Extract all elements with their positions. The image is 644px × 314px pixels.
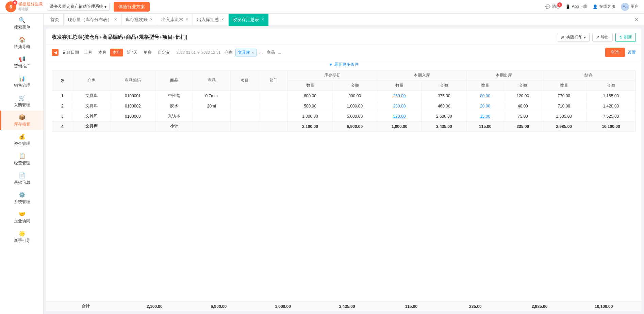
footer-bal-qty: 2,985.00 [508,304,572,309]
row-bal-qty: 2,985.00 [542,121,586,132]
tab-close-inventory-dist[interactable]: ✕ [114,17,117,22]
col-dept-header: 部门 [259,70,287,91]
tab-home[interactable]: 首页 [46,14,64,26]
user-item[interactable]: Ea 用户 [621,3,639,11]
7days-btn[interactable]: 近7天 [125,49,140,56]
tab-inventory-dist[interactable]: 现存量（库存分布表） ✕ [64,14,121,26]
col-spec-header: 商品 [193,70,230,91]
this-year-btn[interactable]: 本年 [110,49,123,56]
query-button[interactable]: 查询 [605,48,625,57]
sidebar-item-purchase[interactable]: 🛒 采购管理 [0,91,43,111]
system-selector[interactable]: 装备及固定资产辅助管理系统 ▾ [47,3,110,11]
row-bal-qty: 1,505.00 [542,111,586,121]
col-code-header: 商品编码 [110,70,155,91]
table-header-group: ⚙ 仓库 商品编码 商品 商品 项目 部门 库存期初 本期入库 本期出库 结存 [52,70,636,81]
logo-area: 6 6 畅捷通好生意 标准版 [5,1,43,12]
guide-icon: 🌟 [19,230,26,237]
tab-close-batch[interactable]: ✕ [150,17,153,22]
date-filter-label: 记账日期 [63,50,79,55]
sidebar-item-search[interactable]: 🔍 搜索菜单 [0,14,43,33]
warehouse-tag[interactable]: 文具库 ✕ [235,49,257,56]
tab-batch[interactable]: 库存批次账 ✕ [121,14,157,26]
custom-btn[interactable]: 自定义 [155,49,172,56]
expand-conditions-btn[interactable]: ▼ 展开更多条件 [329,62,359,67]
basic-icon: 📄 [19,172,26,179]
settings-link[interactable]: 设置 [628,50,636,55]
sidebar-item-business[interactable]: 📋 经营管理 [0,149,43,169]
sub-bal-qty: 数量 [542,81,586,91]
tab-bar-close-btn[interactable]: ✕ [631,16,641,23]
tab-summary[interactable]: 出入库汇总 ✕ [193,14,229,26]
sidebar-label-purchase: 采购管理 [14,102,30,108]
row-no: 4 [52,121,73,132]
this-month-btn[interactable]: 本月 [96,49,109,56]
table-row: 4 文具库 小计 2,100.00 6,900.00 1,000.00 3,43… [52,121,636,132]
sidebar-item-inventory[interactable]: 📦 库存核算 [0,111,43,130]
goods-more-btn[interactable]: ... [278,50,281,55]
gear-icon[interactable]: ⚙ [60,78,65,83]
tab-close-summary[interactable]: ✕ [221,17,224,22]
messages-item[interactable]: 💬 消息 6 [545,4,560,10]
row-out-amt: 235.00 [504,121,542,132]
tab-recv-summary[interactable]: 收发存汇总表 ✕ [229,14,269,26]
row-out-qty[interactable]: 15.00 [466,111,504,121]
collab-icon: 🤝 [19,211,26,217]
sidebar-item-sales[interactable]: 📊 销售管理 [0,72,43,91]
col-item-header: 项目 [230,70,259,91]
footer-values: 2,100.00 6,900.00 1,000.00 3,435.00 115.… [122,304,636,309]
header-right: 💬 消息 6 📱 App下载 👤 在线客服 Ea 用户 [545,3,639,11]
row-warehouse: 文具库 [73,91,110,101]
sidebar-item-marketing[interactable]: 📢 营销推广 [0,52,43,72]
warehouse-remove-btn[interactable]: ✕ [251,51,254,54]
logo-icon: 6 6 [5,1,16,12]
prev-month-btn[interactable]: 上月 [82,49,95,56]
warehouse-more-btn[interactable]: ... [259,50,263,55]
col-balance-header: 结存 [542,70,635,81]
sidebar-item-guide[interactable]: 🌟 新手引导 [0,227,43,246]
filter-toggle-btn[interactable]: ◀ [52,49,59,56]
export-button[interactable]: ↗ 导出 [592,33,613,42]
sidebar-item-collab[interactable]: 🤝 企业协同 [0,208,43,227]
row-in-amt: 375.00 [422,91,466,101]
tab-close-flow[interactable]: ✕ [185,17,188,22]
refresh-button[interactable]: ↻ 刷新 [615,33,636,42]
row-start-qty: 1,000.00 [288,111,332,121]
goods-filter-group: 商品 ... [267,50,281,55]
col-period-out-header: 本期出库 [466,70,542,81]
expand-icon: ▼ [329,62,333,67]
app-download-item[interactable]: 📱 App下载 [565,4,587,10]
sidebar-label-basic: 基础信息 [14,180,30,185]
row-out-amt: 40.00 [504,101,542,111]
row-in-qty[interactable]: 230.00 [377,101,422,111]
brand-name: 畅捷通好生意 [18,2,43,6]
sidebar-item-basic[interactable]: 📄 基础信息 [0,169,43,188]
row-code: 0100001 [110,91,155,101]
row-spec: 0.7mm [193,91,230,101]
row-in-qty[interactable]: 520.00 [377,111,422,121]
row-dept [259,101,287,111]
warehouse-filter-label: 仓库 [225,50,233,55]
sidebar-item-quick[interactable]: 🏠 快捷导航 [0,33,43,52]
row-in-qty[interactable]: 250.00 [377,91,422,101]
row-start-amt: 5,000.00 [332,111,377,121]
data-table: ⚙ 仓库 商品编码 商品 商品 项目 部门 库存期初 本期入库 本期出库 结存 [52,70,636,132]
date-buttons: 上月 本月 本年 近7天 更多 自定义 [82,49,172,56]
tab-flow[interactable]: 出入库流水 ✕ [157,14,193,26]
user-label: 用户 [630,4,639,10]
tab-close-recv-summary[interactable]: ✕ [261,17,264,22]
row-in-amt: 460.00 [422,101,466,111]
row-in-amt: 2,600.00 [422,111,466,121]
sidebar-item-finance[interactable]: 💰 资金管理 [0,130,43,149]
sidebar-item-system[interactable]: ⚙️ 系统管理 [0,188,43,208]
online-service-item[interactable]: 👤 在线客服 [593,4,615,10]
more-date-btn[interactable]: 更多 [141,49,154,56]
trial-button[interactable]: 体验行业方案 [114,2,150,12]
row-dept [259,91,287,101]
brand-info: 畅捷通好生意 标准版 [18,2,43,11]
row-start-amt: 1,000.00 [332,101,377,111]
row-warehouse: 文具库 [73,121,110,132]
print-button[interactable]: 🖨 换版打印 ▾ [557,33,590,42]
row-out-qty[interactable]: 20.00 [466,101,504,111]
row-out-qty[interactable]: 80.00 [466,91,504,101]
sub-in-qty: 数量 [377,81,422,91]
